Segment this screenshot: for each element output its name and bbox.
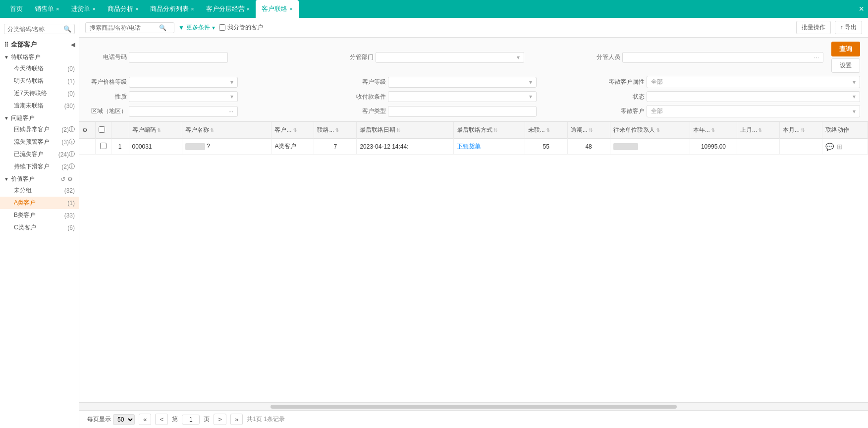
filter-search-input[interactable] bbox=[90, 24, 159, 31]
nav-tab-customer-contact-close[interactable]: × bbox=[289, 6, 292, 12]
region-dots-icon[interactable]: ··· bbox=[228, 108, 233, 115]
th-last-date[interactable]: 最后联络日期⇅ bbox=[357, 122, 454, 139]
filter-search-box[interactable]: 🔍 bbox=[85, 22, 174, 33]
more-conditions-btn[interactable]: ▼ 更多条件 ▾ bbox=[178, 23, 215, 32]
sidebar-item-a-class[interactable]: A类客户 (1) bbox=[0, 197, 79, 209]
sidebar-item-churn-warning[interactable]: 流失预警客户 (3) ⓘ bbox=[0, 136, 79, 148]
scatter-attr-select[interactable]: 全部 ▾ bbox=[647, 76, 860, 88]
scatter-attr-label: 零散客户属性 bbox=[605, 78, 645, 86]
last-page-button[interactable]: » bbox=[230, 414, 243, 425]
td-last-date: 2023-04-12 14:44: bbox=[357, 139, 454, 155]
person-dots-icon[interactable]: ··· bbox=[814, 54, 819, 61]
customer-grade-select[interactable]: ▾ bbox=[388, 77, 537, 88]
first-page-button[interactable]: « bbox=[139, 414, 151, 425]
sidebar-section-problem[interactable]: ▼ 问题客户 bbox=[0, 112, 79, 123]
sidebar-item-declining[interactable]: 持续下滑客户 (2) ⓘ bbox=[0, 160, 79, 173]
nav-tab-customer-contact[interactable]: 客户联络 × bbox=[256, 0, 298, 18]
filter-nature: 性质 ▾ bbox=[87, 91, 342, 102]
th-this-month[interactable]: 本月...⇅ bbox=[779, 122, 822, 139]
phone-input[interactable] bbox=[129, 52, 228, 63]
sidebar-item-c-class[interactable]: C类客户 (6) bbox=[0, 221, 79, 234]
th-contact[interactable]: 联络...⇅ bbox=[314, 122, 357, 139]
nav-tab-sales-close[interactable]: × bbox=[56, 6, 59, 12]
next-page-button[interactable]: > bbox=[214, 414, 226, 425]
row-checkbox[interactable] bbox=[100, 143, 107, 149]
dept-select[interactable]: ▾ bbox=[376, 52, 524, 63]
th-last-month[interactable]: 上月...⇅ bbox=[737, 122, 780, 139]
td-name: ? bbox=[182, 139, 271, 155]
payment-select[interactable]: ▾ bbox=[388, 91, 537, 102]
gear-icon[interactable]: ⚙ bbox=[82, 127, 88, 134]
th-unit-contact[interactable]: 往来单位联系人⇅ bbox=[610, 122, 690, 139]
nature-select[interactable]: ▾ bbox=[129, 91, 238, 102]
sidebar-item-tomorrow[interactable]: 明天待联络 (1) bbox=[0, 75, 79, 87]
customer-type-input[interactable] bbox=[388, 106, 537, 117]
message-icon[interactable]: 💬 bbox=[825, 143, 834, 151]
close-all-button[interactable]: × bbox=[859, 4, 864, 14]
th-checkbox[interactable] bbox=[95, 122, 111, 139]
person-label: 分管人员 bbox=[581, 53, 620, 61]
nav-tab-analysis-close[interactable]: × bbox=[135, 6, 138, 12]
sidebar-section-pending[interactable]: ▼ 待联络客户 bbox=[0, 51, 79, 62]
export-button[interactable]: ↑ 导出 bbox=[835, 21, 862, 34]
nav-tab-analysis[interactable]: 商品分析 × bbox=[102, 0, 144, 18]
sidebar-item-7days[interactable]: 近7天待联络 (0) bbox=[0, 87, 79, 100]
th-no-contact[interactable]: 未联...⇅ bbox=[525, 122, 567, 139]
th-gear[interactable]: ⚙ bbox=[79, 122, 95, 139]
settings-button[interactable]: 设置 bbox=[831, 58, 860, 73]
page-number-input[interactable] bbox=[182, 415, 200, 425]
sidebar-collapse-icon[interactable]: ◀ bbox=[71, 42, 75, 48]
triangle-icon: ▼ bbox=[4, 54, 9, 60]
more-actions-icon[interactable]: ⊞ bbox=[837, 143, 843, 151]
horizontal-scrollbar[interactable] bbox=[79, 402, 868, 410]
prev-page-button[interactable]: < bbox=[155, 414, 168, 425]
nav-tab-sales[interactable]: 销售单 × bbox=[29, 0, 65, 18]
my-customers-filter[interactable]: 我分管的客户 bbox=[219, 23, 263, 32]
sidebar-search-input[interactable] bbox=[7, 26, 63, 33]
scatter-customer-select[interactable]: 全部 ▾ bbox=[647, 105, 860, 117]
nav-tab-purchase[interactable]: 进货单 × bbox=[65, 0, 101, 18]
sidebar-section-value[interactable]: ▼ 价值客户 ↺ ⚙ bbox=[0, 173, 79, 184]
region-select[interactable]: ··· bbox=[129, 106, 238, 117]
sidebar-item-unclassified[interactable]: 未分组 (32) bbox=[0, 184, 79, 197]
settings-icon[interactable]: ⚙ bbox=[67, 176, 73, 183]
th-this-year[interactable]: 本年...⇅ bbox=[690, 122, 737, 139]
info-icon-3: ⓘ bbox=[69, 150, 75, 159]
last-method-link[interactable]: 下销货单 bbox=[457, 143, 481, 150]
select-all-checkbox[interactable] bbox=[99, 126, 105, 133]
advanced-filter: 电话号码 分管部门 ▾ 分管人员 ··· bbox=[79, 38, 868, 122]
refresh-icon[interactable]: ↺ bbox=[60, 176, 65, 183]
sidebar-all-customers[interactable]: ⠿ 全部客户 ◀ bbox=[0, 38, 79, 51]
th-overdue[interactable]: 逾期...⇅ bbox=[567, 122, 610, 139]
query-button[interactable]: 查询 bbox=[831, 42, 860, 56]
th-name[interactable]: 客户名称⇅ bbox=[182, 122, 271, 139]
nav-tab-analysis-list-close[interactable]: × bbox=[191, 6, 194, 12]
sidebar-item-today[interactable]: 今天待联络 (0) bbox=[0, 62, 79, 75]
status-select[interactable]: ▾ bbox=[647, 91, 860, 102]
info-icon-2: ⓘ bbox=[69, 138, 75, 146]
nav-tab-purchase-close[interactable]: × bbox=[92, 6, 95, 12]
th-code[interactable]: 客户编码⇅ bbox=[129, 122, 182, 139]
grid-icon: ⠿ bbox=[4, 41, 9, 49]
customer-type-label: 客户类型 bbox=[346, 107, 386, 115]
nav-tab-analysis-list[interactable]: 商品分析列表 × bbox=[144, 0, 200, 18]
batch-ops-button[interactable]: 批量操作 bbox=[796, 21, 831, 34]
scrollbar-thumb[interactable] bbox=[271, 405, 677, 409]
sidebar-item-overdue[interactable]: 逾期未联络 (30) bbox=[0, 100, 79, 112]
sidebar-item-b-class[interactable]: B类客户 (33) bbox=[0, 209, 79, 221]
sidebar-item-repurchase[interactable]: 回购异常客户 (2) ⓘ bbox=[0, 123, 79, 136]
nav-home[interactable]: 首页 bbox=[4, 0, 29, 18]
sidebar-item-churned[interactable]: 已流失客户 (24) ⓘ bbox=[0, 148, 79, 160]
per-page-select[interactable]: 50 bbox=[113, 414, 135, 425]
th-action[interactable]: 联络动作 bbox=[822, 122, 868, 139]
th-type[interactable]: 客户...⇅ bbox=[271, 122, 314, 139]
sidebar-search-box[interactable]: 🔍 bbox=[4, 24, 75, 34]
person-select[interactable]: ··· bbox=[622, 52, 823, 63]
nav-tab-customer-segment-close[interactable]: × bbox=[247, 6, 250, 12]
filter-bar: 🔍 ▼ 更多条件 ▾ 我分管的客户 批量操作 ↑ 导出 bbox=[79, 18, 868, 38]
price-grade-select[interactable]: ▾ bbox=[129, 77, 238, 88]
th-last-method[interactable]: 最后联络方式⇅ bbox=[454, 122, 525, 139]
my-customers-checkbox[interactable] bbox=[219, 24, 225, 31]
td-row-checkbox[interactable] bbox=[95, 139, 111, 155]
nav-tab-customer-segment[interactable]: 客户分层经营 × bbox=[200, 0, 256, 18]
